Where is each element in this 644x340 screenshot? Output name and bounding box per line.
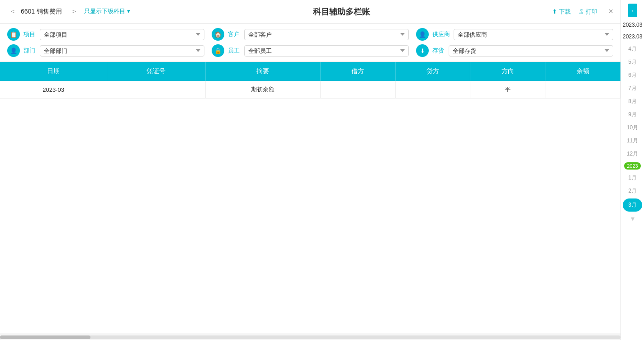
sidebar-item-1[interactable]: 1月 — [621, 171, 644, 184]
filter-item-department: 👤 部门 全部部门 — [7, 44, 204, 57]
inventory-select[interactable]: 全部存货 — [449, 45, 613, 57]
filter-item-supplier: 👤 供应商 全部供应商 — [416, 28, 613, 41]
sidebar-item-12[interactable]: 12月 — [621, 147, 644, 161]
sidebar-expand-button[interactable]: › — [628, 4, 637, 17]
col-debit: 借方 — [320, 62, 395, 81]
sidebar-item-10[interactable]: 10月 — [621, 121, 644, 134]
project-label: 项目 — [24, 30, 36, 38]
filter-item-employee: 🔒 员工 全部员工 — [212, 44, 409, 57]
supplier-label: 供应商 — [432, 30, 450, 38]
filter-bar: 📋 项目 全部项目 🏠 客户 全部客户 👤 供应商 全部供应商 — [0, 24, 620, 62]
col-direction: 方向 — [470, 62, 545, 81]
cell-date: 2023-03 — [0, 81, 107, 99]
customer-icon: 🏠 — [212, 28, 224, 41]
scrollbar-thumb — [0, 335, 90, 339]
page-title: 科目辅助多栏账 — [130, 6, 552, 17]
download-label: 下载 — [559, 8, 571, 16]
account-code: 6601 — [21, 8, 35, 15]
customer-select[interactable]: 全部客户 — [244, 29, 409, 40]
main-window: ＜ 6601 销售费用 ＞ 只显示下级科目 ▾ 科目辅助多栏账 ⬆ 下载 🖨 打… — [0, 0, 644, 340]
sidebar-item-8[interactable]: 8月 — [621, 95, 644, 108]
sidebar-item-11[interactable]: 11月 — [621, 134, 644, 147]
cell-voucher — [107, 81, 205, 99]
data-table: 日期 凭证号 摘要 借方 贷方 方向 余额 2023-03 期初余额 — [0, 62, 620, 99]
sidebar-item-2[interactable]: 2月 — [621, 184, 644, 198]
project-select[interactable]: 全部项目 — [40, 29, 204, 40]
table-header-row: 日期 凭证号 摘要 借方 贷方 方向 余额 — [0, 62, 620, 81]
bottom-scrollbar[interactable] — [0, 333, 620, 340]
sidebar-item-header-1[interactable]: 2023.03 — [621, 19, 644, 31]
close-button[interactable]: × — [608, 7, 613, 16]
department-label: 部门 — [24, 47, 36, 55]
col-voucher: 凭证号 — [107, 62, 205, 81]
col-date: 日期 — [0, 62, 107, 81]
inventory-label: 存货 — [432, 47, 445, 55]
print-button[interactable]: 🖨 打印 — [578, 8, 597, 16]
right-sidebar: › 2023.03 2023.03 4月 5月 6月 7月 8月 9月 10月 … — [620, 0, 644, 340]
sidebar-item-5[interactable]: 5月 — [621, 56, 644, 69]
project-icon: 📋 — [7, 28, 20, 41]
download-icon: ⬆ — [552, 8, 557, 15]
employee-icon: 🔒 — [212, 44, 224, 57]
employee-label: 员工 — [228, 47, 241, 55]
sidebar-down-button[interactable]: ▾ — [629, 212, 636, 225]
top-bar: ＜ 6601 销售费用 ＞ 只显示下级科目 ▾ 科目辅助多栏账 ⬆ 下载 🖨 打… — [0, 0, 620, 24]
department-select[interactable]: 全部部门 — [40, 45, 204, 57]
cell-direction: 平 — [470, 81, 545, 99]
content-area: ＜ 6601 销售费用 ＞ 只显示下级科目 ▾ 科目辅助多栏账 ⬆ 下载 🖨 打… — [0, 0, 620, 340]
supplier-icon: 👤 — [416, 28, 429, 41]
inventory-icon: ⬇ — [416, 44, 429, 57]
filter-item-inventory: ⬇ 存货 全部存货 — [416, 44, 613, 57]
cell-debit — [320, 81, 395, 99]
download-button[interactable]: ⬆ 下载 — [552, 8, 571, 16]
show-sub-button[interactable]: 只显示下级科目 ▾ — [84, 7, 130, 16]
scrollbar-track — [0, 335, 620, 339]
customer-label: 客户 — [228, 30, 241, 38]
year-badge: 2023 — [624, 162, 640, 170]
sidebar-item-7[interactable]: 7月 — [621, 82, 644, 95]
sidebar-item-4[interactable]: 4月 — [621, 42, 644, 56]
show-sub-label: 只显示下级科目 — [84, 7, 125, 15]
filter-item-project: 📋 项目 全部项目 — [7, 28, 204, 41]
sidebar-item-6[interactable]: 6月 — [621, 69, 644, 82]
top-actions: ⬆ 下载 🖨 打印 × — [552, 7, 613, 16]
col-summary: 摘要 — [205, 62, 320, 81]
col-credit: 贷方 — [395, 62, 470, 81]
cell-credit — [395, 81, 470, 99]
department-icon: 👤 — [7, 44, 20, 57]
account-name: 销售费用 — [37, 8, 62, 15]
col-balance: 余额 — [545, 62, 620, 81]
filter-item-customer: 🏠 客户 全部客户 — [212, 28, 409, 41]
table-wrapper: 日期 凭证号 摘要 借方 贷方 方向 余额 2023-03 期初余额 — [0, 62, 620, 333]
cell-balance — [545, 81, 620, 99]
account-label: 6601 销售费用 — [21, 8, 66, 16]
nav-prev-button[interactable]: ＜ — [7, 6, 18, 17]
employee-select[interactable]: 全部员工 — [244, 45, 409, 57]
print-icon: 🖨 — [578, 8, 584, 15]
nav-next-button[interactable]: ＞ — [69, 6, 80, 17]
print-label: 打印 — [586, 8, 597, 16]
sidebar-item-9[interactable]: 9月 — [621, 108, 644, 121]
table-row: 2023-03 期初余额 平 — [0, 81, 620, 99]
sidebar-item-3-active[interactable]: 3月 — [623, 198, 642, 212]
chevron-down-icon: ▾ — [127, 8, 130, 14]
supplier-select[interactable]: 全部供应商 — [454, 29, 613, 40]
cell-summary: 期初余额 — [205, 81, 320, 99]
sidebar-item-header-2[interactable]: 2023.03 — [621, 31, 644, 42]
